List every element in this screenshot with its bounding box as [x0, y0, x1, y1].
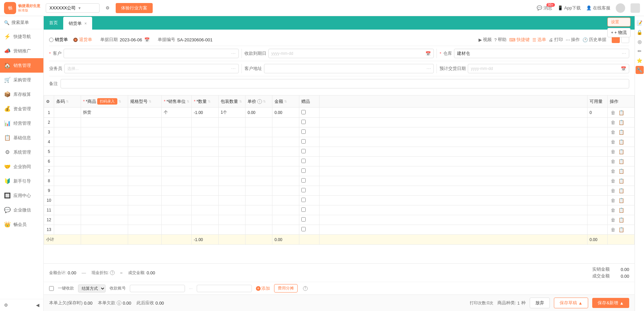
- cell-gift[interactable]: [299, 196, 319, 205]
- cell-barcode[interactable]: [54, 137, 81, 147]
- cell-spec[interactable]: [128, 205, 162, 215]
- tab-sales-order[interactable]: 销货单 ×: [63, 17, 92, 30]
- trial-button[interactable]: 体验行业方案: [116, 3, 153, 13]
- cell-gift[interactable]: [299, 166, 319, 176]
- cell-qty[interactable]: [192, 118, 219, 127]
- cell-price[interactable]: [245, 137, 272, 147]
- delete-icon[interactable]: 🗑: [611, 168, 615, 174]
- ops-link[interactable]: ⋯ 操作: [566, 37, 580, 43]
- cell-pkg[interactable]: [219, 118, 245, 127]
- cell-pkg[interactable]: [219, 205, 245, 215]
- service-btn[interactable]: 👤 在线客服: [586, 5, 610, 11]
- cell-amount[interactable]: [272, 166, 299, 176]
- sidebar-item-marketing[interactable]: 📣 营销推广: [0, 44, 43, 58]
- cell-unit[interactable]: 个: [162, 108, 192, 118]
- print-link[interactable]: 🖨 打印: [549, 37, 563, 43]
- cell-amount[interactable]: [272, 215, 299, 225]
- cell-product[interactable]: [81, 215, 128, 225]
- copy-icon[interactable]: 📋: [618, 198, 624, 203]
- delete-icon[interactable]: 🗑: [611, 207, 615, 213]
- cell-barcode[interactable]: [54, 186, 81, 196]
- cell-spec[interactable]: [128, 147, 162, 157]
- cell-spec[interactable]: [128, 225, 162, 235]
- cell-price[interactable]: [245, 147, 272, 157]
- cell-unit[interactable]: [162, 205, 192, 215]
- video-link[interactable]: ▶ 视频: [479, 37, 492, 43]
- sidebar-item-operations[interactable]: 📊 经营管理: [0, 116, 43, 130]
- cell-spec[interactable]: [128, 127, 162, 137]
- cell-product[interactable]: [81, 147, 128, 157]
- cell-price[interactable]: [245, 186, 272, 196]
- cell-unit[interactable]: [162, 225, 192, 235]
- cell-spec[interactable]: [128, 215, 162, 225]
- warehouse-dots-icon[interactable]: ···: [622, 50, 626, 56]
- scan-btn[interactable]: 扫码录入: [97, 98, 117, 105]
- cell-spec[interactable]: [128, 186, 162, 196]
- cell-unit[interactable]: [162, 176, 192, 186]
- discount-info-icon[interactable]: ?: [110, 270, 115, 275]
- cell-gift[interactable]: [299, 176, 319, 186]
- expense-btn[interactable]: 费用分摊: [274, 284, 298, 293]
- cell-price[interactable]: [245, 118, 272, 127]
- copy-icon[interactable]: 📋: [618, 207, 624, 213]
- company-selector[interactable]: XXXXXX公司 ▼: [46, 3, 100, 13]
- cell-barcode[interactable]: [54, 147, 81, 157]
- sidebar-item-quick-nav[interactable]: ⚡ 快捷导航: [0, 29, 43, 44]
- cell-amount[interactable]: [272, 127, 299, 137]
- radio-sale[interactable]: 销货单: [49, 37, 68, 43]
- cell-amount[interactable]: [272, 225, 299, 235]
- customer-dots-icon[interactable]: ···: [231, 50, 235, 56]
- copy-icon[interactable]: 📋: [618, 227, 624, 232]
- copy-icon[interactable]: 📋: [618, 178, 624, 184]
- sidebar-item-wechat[interactable]: 💬 企业微信: [0, 203, 43, 217]
- delete-icon[interactable]: 🗑: [611, 120, 615, 125]
- cell-pkg[interactable]: [219, 225, 245, 235]
- cell-spec[interactable]: [128, 108, 162, 118]
- cell-amount[interactable]: [272, 186, 299, 196]
- cell-gift[interactable]: [299, 225, 319, 235]
- cell-pkg[interactable]: [219, 196, 245, 205]
- save-draft-button[interactable]: 保存草稿 ▲: [554, 298, 589, 308]
- cell-product[interactable]: 拆货: [81, 108, 128, 118]
- cell-amount[interactable]: [272, 147, 299, 157]
- cell-barcode[interactable]: [54, 127, 81, 137]
- sidebar-item-enterprise[interactable]: 🤝 企业协同: [0, 159, 43, 174]
- cell-barcode[interactable]: [54, 118, 81, 127]
- cell-product[interactable]: [81, 205, 128, 215]
- cell-gift[interactable]: [299, 108, 319, 118]
- date-calendar-icon[interactable]: 📅: [144, 37, 150, 42]
- cell-amount[interactable]: [272, 157, 299, 166]
- expense-help-icon[interactable]: ?: [303, 286, 308, 291]
- sidebar-collapse-icon[interactable]: ◀: [36, 303, 39, 308]
- customer-input[interactable]: ···: [64, 49, 239, 58]
- sidebar-item-inventory[interactable]: 📦 库存核算: [0, 87, 43, 102]
- cell-barcode[interactable]: [54, 157, 81, 166]
- delete-icon[interactable]: 🗑: [611, 149, 615, 154]
- sidebar-search[interactable]: 🔍 搜索菜单: [0, 16, 43, 29]
- sidebar-item-apps[interactable]: 🔲 应用中心: [0, 188, 43, 203]
- cell-pkg[interactable]: [219, 176, 245, 186]
- sidebar-item-sales[interactable]: 🏠 销售管理: [0, 58, 43, 73]
- copy-icon[interactable]: 📋: [618, 188, 624, 193]
- rp-icon-1[interactable]: 📝: [636, 19, 644, 27]
- warehouse-input[interactable]: 建材仓 ···: [454, 49, 629, 58]
- user-menu-btn[interactable]: [631, 3, 640, 13]
- cell-product[interactable]: [81, 127, 128, 137]
- view-grid-btn[interactable]: [621, 36, 629, 43]
- cell-product[interactable]: [81, 118, 128, 127]
- cell-gift[interactable]: [299, 118, 319, 127]
- cell-unit[interactable]: [162, 157, 192, 166]
- cell-spec[interactable]: [128, 118, 162, 127]
- discard-button[interactable]: 放弃: [530, 298, 550, 308]
- cell-amount[interactable]: 0.00: [272, 108, 299, 118]
- cell-product[interactable]: [81, 157, 128, 166]
- account-input[interactable]: [130, 285, 185, 292]
- cell-gift[interactable]: [299, 215, 319, 225]
- cell-pkg[interactable]: [219, 127, 245, 137]
- cell-price[interactable]: [245, 127, 272, 137]
- cell-barcode[interactable]: [54, 108, 81, 118]
- cell-spec[interactable]: [128, 157, 162, 166]
- salesman-dots-icon[interactable]: ···: [231, 66, 235, 72]
- cell-gift[interactable]: [299, 186, 319, 196]
- cell-gift[interactable]: [299, 127, 319, 137]
